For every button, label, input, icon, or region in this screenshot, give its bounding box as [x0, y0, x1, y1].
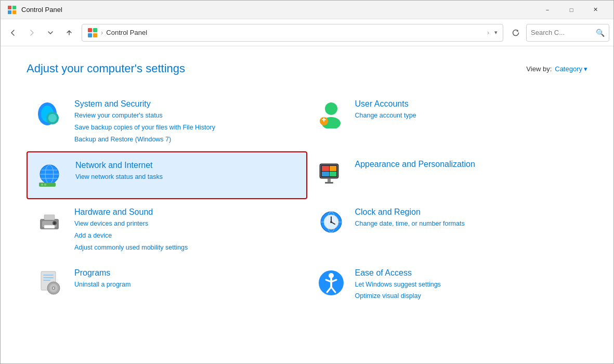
svg-rect-5: [93, 28, 97, 32]
minimize-button[interactable]: −: [535, 1, 559, 19]
user-accounts-link-1[interactable]: Change account type: [355, 111, 416, 121]
search-input[interactable]: [531, 29, 594, 36]
search-icon[interactable]: 🔍: [596, 29, 605, 37]
close-button[interactable]: ✕: [583, 1, 607, 19]
hardware-sound-link-3[interactable]: Adjust commonly used mobility settings: [74, 243, 188, 253]
svg-rect-29: [322, 172, 329, 176]
recent-locations-button[interactable]: [42, 24, 59, 41]
programs-icon: [35, 267, 66, 298]
view-by-label: View by:: [526, 65, 552, 73]
svg-rect-31: [328, 178, 331, 183]
category-network-internet[interactable]: Network and Internet View network status…: [27, 151, 307, 199]
svg-rect-6: [88, 33, 92, 37]
user-accounts-icon: [316, 98, 347, 129]
system-security-info: System and Security Review your computer…: [74, 98, 215, 144]
programs-link-1[interactable]: Uninstall a program: [74, 280, 130, 290]
svg-rect-1: [12, 6, 16, 9]
address-separator-1: ›: [101, 29, 103, 36]
maximize-button[interactable]: □: [559, 1, 583, 19]
address-control-panel: Control Panel: [106, 29, 484, 36]
category-user-accounts[interactable]: User Accounts Change account type: [307, 91, 588, 151]
address-separator-2: ›: [487, 29, 489, 36]
svg-point-45: [330, 221, 332, 223]
forward-button[interactable]: [23, 24, 40, 41]
svg-rect-36: [44, 225, 55, 228]
view-by-value[interactable]: Category ▾: [555, 65, 587, 73]
category-appearance[interactable]: Appearance and Personalization: [307, 151, 588, 199]
svg-rect-16: [323, 118, 324, 122]
back-button[interactable]: [5, 24, 21, 41]
view-by-chevron-icon: ▾: [584, 65, 587, 73]
category-system-security[interactable]: System and Security Review your computer…: [27, 91, 307, 151]
svg-rect-23: [41, 184, 43, 186]
svg-rect-7: [93, 33, 97, 37]
navigation-bar: › Control Panel › ▾ 🔍: [1, 19, 613, 46]
programs-title[interactable]: Programs: [74, 268, 130, 278]
clock-region-icon: [316, 206, 347, 238]
content-header: Adjust your computer's settings View by:…: [27, 62, 587, 75]
svg-rect-2: [8, 10, 11, 14]
svg-rect-47: [43, 275, 54, 276]
appearance-icon: [316, 159, 347, 190]
svg-rect-0: [8, 6, 11, 9]
system-security-link-3[interactable]: Backup and Restore (Windows 7): [74, 135, 215, 145]
address-bar-icon: [87, 28, 98, 38]
clock-region-link-1[interactable]: Change date, time, or number formats: [355, 219, 465, 229]
svg-rect-30: [330, 172, 336, 176]
clock-region-info: Clock and Region Change date, time, or n…: [355, 206, 465, 229]
svg-point-11: [48, 114, 57, 122]
svg-rect-48: [43, 277, 54, 278]
category-hardware-sound[interactable]: Hardware and Sound View devices and prin…: [27, 199, 307, 259]
appearance-title[interactable]: Appearance and Personalization: [355, 160, 475, 169]
svg-point-12: [325, 102, 337, 115]
ease-of-access-info: Ease of Access Let Windows suggest setti…: [355, 267, 441, 302]
user-accounts-title[interactable]: User Accounts: [355, 99, 416, 109]
system-security-link-1[interactable]: Review your computer's status: [74, 111, 215, 121]
hardware-sound-icon: [35, 206, 66, 238]
search-bar[interactable]: 🔍: [526, 24, 609, 42]
category-clock-region[interactable]: Clock and Region Change date, time, or n…: [307, 199, 588, 259]
address-bar[interactable]: › Control Panel › ▾: [82, 24, 503, 42]
system-security-link-2[interactable]: Save backup copies of your files with Fi…: [74, 123, 215, 133]
user-accounts-info: User Accounts Change account type: [355, 98, 416, 121]
hardware-sound-link-1[interactable]: View devices and printers: [74, 219, 188, 229]
svg-rect-49: [43, 280, 50, 281]
clock-region-title[interactable]: Clock and Region: [355, 207, 465, 217]
category-ease-of-access[interactable]: Ease of Access Let Windows suggest setti…: [307, 260, 588, 309]
ease-of-access-link-1[interactable]: Let Windows suggest settings: [355, 280, 441, 290]
svg-rect-24: [44, 184, 46, 186]
network-internet-link-1[interactable]: View network status and tasks: [75, 172, 163, 182]
up-button[interactable]: [61, 24, 77, 41]
ease-of-access-title[interactable]: Ease of Access: [355, 268, 441, 278]
hardware-sound-title[interactable]: Hardware and Sound: [74, 207, 188, 217]
svg-rect-35: [44, 215, 55, 220]
svg-rect-27: [322, 166, 329, 171]
title-bar: Control Panel − □ ✕: [1, 1, 613, 19]
svg-rect-3: [12, 10, 16, 14]
svg-rect-32: [325, 182, 333, 184]
ease-of-access-icon: [316, 267, 347, 298]
refresh-button[interactable]: [507, 24, 524, 41]
app-icon: [7, 5, 17, 15]
svg-rect-4: [88, 28, 92, 32]
system-security-icon: [35, 98, 66, 129]
categories-grid: System and Security Review your computer…: [27, 91, 587, 308]
system-security-title[interactable]: System and Security: [74, 99, 215, 109]
network-internet-title[interactable]: Network and Internet: [75, 161, 163, 170]
main-content: Adjust your computer's settings View by:…: [1, 46, 613, 363]
view-by-control: View by: Category ▾: [526, 65, 587, 73]
hardware-sound-link-2[interactable]: Add a device: [74, 231, 188, 241]
programs-info: Programs Uninstall a program: [74, 267, 130, 290]
network-internet-icon: [36, 160, 67, 191]
ease-of-access-link-2[interactable]: Optimize visual display: [355, 291, 441, 301]
window-controls: − □ ✕: [535, 1, 607, 19]
network-internet-info: Network and Internet View network status…: [75, 160, 163, 182]
hardware-sound-info: Hardware and Sound View devices and prin…: [74, 206, 188, 252]
svg-point-38: [54, 222, 56, 224]
address-dropdown-chevron[interactable]: ▾: [494, 29, 498, 36]
svg-rect-28: [330, 166, 336, 171]
page-title: Adjust your computer's settings: [27, 62, 185, 75]
appearance-info: Appearance and Personalization: [355, 159, 475, 169]
category-programs[interactable]: Programs Uninstall a program: [27, 260, 307, 309]
window-title: Control Panel: [21, 6, 535, 14]
